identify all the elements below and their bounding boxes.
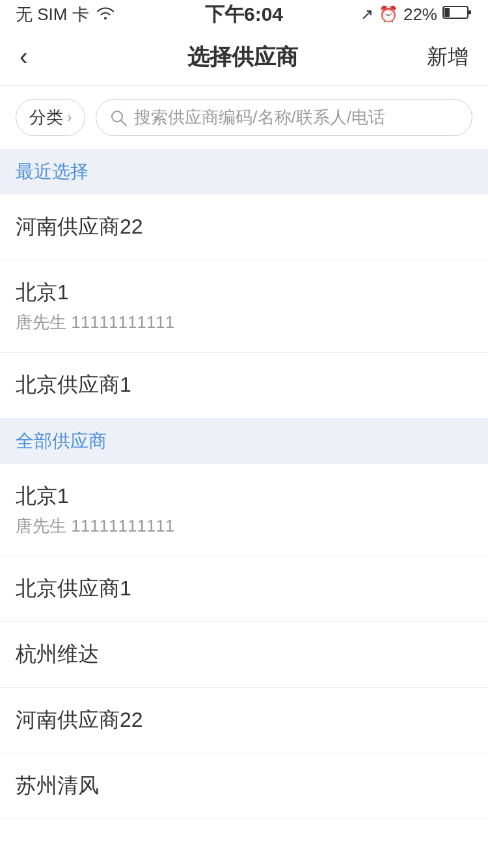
category-button[interactable]: 分类 › xyxy=(16,99,85,136)
wifi-icon xyxy=(96,5,115,25)
filter-bar: 分类 › 搜索供应商编码/名称/联系人/电话 xyxy=(0,86,488,149)
search-box[interactable]: 搜索供应商编码/名称/联系人/电话 xyxy=(96,99,472,136)
alarm-icon: ⏰ xyxy=(379,5,398,23)
all-section-label: 全部供应商 xyxy=(16,431,107,451)
all-list-item[interactable]: 北京1唐先生 11111111111 xyxy=(0,464,488,556)
item-name: 河南供应商22 xyxy=(16,213,472,241)
status-right: ↗ ⏰ 22% xyxy=(360,5,472,25)
recent-section-header: 最近选择 xyxy=(0,149,488,195)
item-name: 杭州维达 xyxy=(16,640,472,669)
all-items-list: 北京1唐先生 11111111111北京供应商1杭州维达河南供应商22苏州清风 xyxy=(0,464,488,819)
recent-list-item[interactable]: 河南供应商22 xyxy=(0,195,488,260)
carrier-label: 无 SIM 卡 xyxy=(16,3,89,26)
item-sub: 唐先生 11111111111 xyxy=(16,311,472,334)
item-sub: 唐先生 11111111111 xyxy=(16,515,472,537)
status-left: 无 SIM 卡 xyxy=(16,3,115,26)
battery-icon xyxy=(442,5,472,25)
search-icon xyxy=(109,109,128,127)
recent-section-label: 最近选择 xyxy=(16,161,88,182)
recent-items-list: 河南供应商22北京1唐先生 11111111111北京供应商1 xyxy=(0,195,488,418)
category-arrow-icon: › xyxy=(67,109,72,126)
battery-label: 22% xyxy=(403,5,437,25)
add-button[interactable]: 新增 xyxy=(427,43,468,72)
item-name: 河南供应商22 xyxy=(16,706,472,735)
item-name: 北京1 xyxy=(16,482,472,511)
back-button[interactable]: ‹ xyxy=(20,43,59,71)
page-title: 选择供应商 xyxy=(187,42,298,72)
item-name: 北京供应商1 xyxy=(16,575,472,603)
status-time: 下午6:04 xyxy=(205,1,283,28)
svg-rect-2 xyxy=(468,10,471,14)
location-icon: ↗ xyxy=(360,5,373,23)
status-bar: 无 SIM 卡 下午6:04 ↗ ⏰ 22% xyxy=(0,0,488,29)
all-list-item[interactable]: 河南供应商22 xyxy=(0,688,488,753)
all-section-header: 全部供应商 xyxy=(0,418,488,464)
recent-list-item[interactable]: 北京1唐先生 11111111111 xyxy=(0,260,488,353)
nav-bar: ‹ 选择供应商 新增 xyxy=(0,29,488,86)
all-list-item[interactable]: 苏州清风 xyxy=(0,753,488,819)
item-name: 北京供应商1 xyxy=(16,371,472,400)
category-label: 分类 xyxy=(29,106,63,129)
item-name: 苏州清风 xyxy=(16,772,472,800)
svg-rect-1 xyxy=(444,8,450,17)
search-placeholder: 搜索供应商编码/名称/联系人/电话 xyxy=(134,106,385,129)
all-list-item[interactable]: 北京供应商1 xyxy=(0,556,488,622)
item-name: 北京1 xyxy=(16,278,472,307)
recent-list-item[interactable]: 北京供应商1 xyxy=(0,353,488,418)
svg-line-4 xyxy=(121,120,126,126)
all-list-item[interactable]: 杭州维达 xyxy=(0,622,488,688)
